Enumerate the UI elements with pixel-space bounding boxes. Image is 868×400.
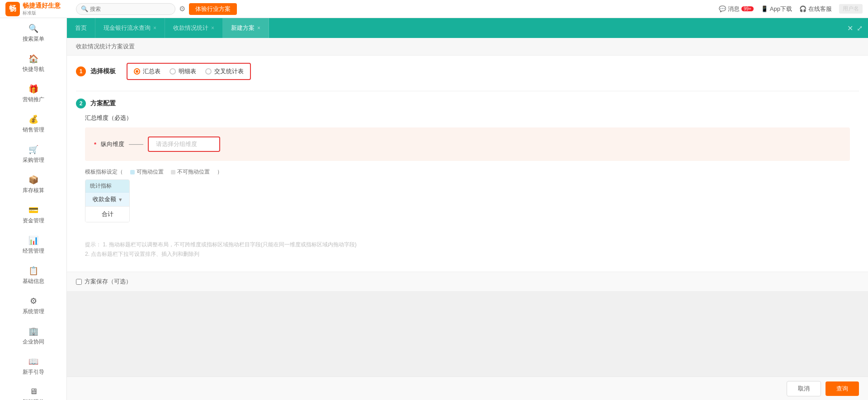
step1-section: 1 选择模板 汇总表 明细表 bbox=[67, 56, 868, 91]
save-option-row: 方案保存（可选） bbox=[67, 272, 868, 291]
logo-area: 畅 畅捷通好生意 标准版 bbox=[5, 2, 72, 16]
metrics-table: 统计指标 收款金额 ▾ 合计 bbox=[85, 179, 130, 222]
message-action[interactable]: 💬 消息 99+ bbox=[719, 5, 754, 13]
tips-section: 提示： 1. 拖动标题栏可以调整布局，不可跨维度或指标区域拖动栏目字段(只能在同… bbox=[76, 236, 859, 264]
cancel-button[interactable]: 取消 bbox=[787, 381, 821, 396]
sales-icon: 💰 bbox=[28, 114, 38, 124]
settings-icon: ⚙ bbox=[30, 296, 37, 306]
close-bank-flow-icon[interactable]: × bbox=[153, 25, 156, 31]
tab-new-plan[interactable]: 新建方案 × bbox=[223, 18, 269, 38]
tab-collection-stat[interactable]: 收款情况统计 × bbox=[165, 18, 223, 38]
search-bar[interactable]: 🔍 bbox=[76, 3, 175, 15]
metrics-total-cell: 合计 bbox=[85, 207, 129, 222]
download-icon: 📱 bbox=[761, 5, 768, 12]
message-badge: 99+ bbox=[741, 6, 754, 11]
radio-summary-dot bbox=[134, 68, 140, 75]
radio-detail-dot bbox=[170, 68, 176, 75]
cart-icon: 🛒 bbox=[28, 145, 38, 155]
monitor-icon: 🖥 bbox=[29, 387, 38, 396]
sidebar-item-enterprise[interactable]: 🏢 企业协同 bbox=[0, 321, 66, 351]
logo-text: 畅捷通好生意 bbox=[23, 2, 61, 10]
top-bar: 畅 畅捷通好生意 标准版 🔍 ⚙ 体验行业方案 💬 消息 99+ 📱 App下载… bbox=[0, 0, 868, 18]
book-icon: 📖 bbox=[28, 357, 38, 367]
fixed-legend-dot bbox=[171, 170, 175, 174]
step2-label: 方案配置 bbox=[90, 99, 116, 108]
sidebar-item-system[interactable]: ⚙ 系统管理 bbox=[0, 291, 66, 321]
search-input[interactable] bbox=[90, 6, 170, 12]
sidebar-item-quick-nav[interactable]: 🏠 快捷导航 bbox=[0, 48, 66, 79]
sidebar-item-operation[interactable]: 📊 经营管理 bbox=[0, 230, 66, 260]
message-icon: 💬 bbox=[719, 5, 726, 12]
query-button[interactable]: 查询 bbox=[826, 381, 859, 396]
tab-control-btns: ✕ ⤢ bbox=[842, 24, 868, 33]
template-radio-group: 汇总表 明细表 交叉统计表 bbox=[127, 63, 251, 80]
save-option-checkbox[interactable] bbox=[76, 279, 82, 285]
metrics-title: 模板指标设定（ bbox=[85, 168, 123, 176]
config-section: 汇总维度（必选） * 纵向维度 —— 请选择分组维度 bbox=[76, 114, 859, 236]
radio-cross-dot bbox=[205, 68, 212, 75]
dimension-title: 汇总维度（必选） bbox=[85, 114, 850, 122]
dimension-area: * 纵向维度 —— 请选择分组维度 bbox=[85, 127, 850, 161]
metrics-legend: 模板指标设定（ 可拖动位置 不可拖动位置 ） bbox=[85, 168, 850, 176]
gear-icon[interactable]: ⚙ bbox=[179, 5, 185, 13]
arrow: —— bbox=[129, 140, 143, 148]
metrics-dropdown-icon[interactable]: ▾ bbox=[119, 196, 122, 203]
close-window-icon[interactable]: ✕ bbox=[847, 24, 853, 33]
metrics-header-label: 统计指标 bbox=[85, 180, 129, 193]
dim-input[interactable]: 请选择分组维度 bbox=[148, 136, 220, 152]
home-icon: 🏠 bbox=[28, 54, 38, 64]
step2-num: 2 bbox=[76, 99, 86, 108]
app-download-action[interactable]: 📱 App下载 bbox=[761, 5, 792, 13]
clipboard-icon: 📋 bbox=[28, 266, 38, 276]
sidebar-item-marketing[interactable]: 🎁 营销推广 bbox=[0, 79, 66, 109]
close-new-plan-icon[interactable]: × bbox=[257, 25, 260, 31]
online-service-action[interactable]: 🎧 在线客服 bbox=[799, 5, 832, 13]
building-icon: 🏢 bbox=[28, 326, 38, 336]
step2-section: 2 方案配置 汇总维度（必选） * 纵向维度 —— 请选择分组维度 bbox=[67, 91, 868, 272]
sidebar: 🔍 搜索菜单 🏠 快捷导航 🎁 营销推广 💰 销售管理 🛒 采购管理 📦 库存核… bbox=[0, 18, 67, 400]
required-star: * bbox=[94, 141, 96, 148]
tab-bar: 首页 现金银行流水查询 × 收款情况统计 × 新建方案 × ✕ ⤢ bbox=[67, 18, 868, 38]
tab-home[interactable]: 首页 bbox=[67, 18, 95, 38]
sidebar-item-sales[interactable]: 💰 销售管理 bbox=[0, 109, 66, 139]
tab-bank-flow[interactable]: 现金银行流水查询 × bbox=[95, 18, 165, 38]
sidebar-item-newbie[interactable]: 📖 新手引导 bbox=[0, 351, 66, 381]
gift-icon: 🎁 bbox=[28, 84, 38, 94]
sidebar-item-purchase[interactable]: 🛒 采购管理 bbox=[0, 139, 66, 169]
chart-icon: 📊 bbox=[28, 235, 38, 245]
maximize-icon[interactable]: ⤢ bbox=[857, 24, 863, 33]
radio-cross[interactable]: 交叉统计表 bbox=[205, 67, 244, 75]
search-icon: 🔍 bbox=[81, 5, 88, 12]
search-menu-icon: 🔍 bbox=[28, 24, 38, 33]
sidebar-item-hardware[interactable]: 🖥 智能硬件 bbox=[0, 381, 66, 400]
radio-detail[interactable]: 明细表 bbox=[170, 67, 196, 75]
sidebar-item-search[interactable]: 🔍 搜索菜单 bbox=[0, 18, 66, 48]
sidebar-item-inventory[interactable]: 📦 库存核算 bbox=[0, 169, 66, 200]
logo-badge: 标准版 bbox=[23, 10, 61, 16]
trial-button[interactable]: 体验行业方案 bbox=[189, 3, 237, 15]
box-icon: 📦 bbox=[28, 175, 38, 185]
vertical-dim-label: 纵向维度 bbox=[101, 140, 124, 148]
radio-summary[interactable]: 汇总表 bbox=[134, 67, 160, 75]
metrics-section: 模板指标设定（ 可拖动位置 不可拖动位置 ） bbox=[85, 168, 850, 224]
draggable-legend-dot bbox=[130, 170, 135, 174]
close-collection-stat-icon[interactable]: × bbox=[211, 25, 214, 31]
bottom-bar: 取消 查询 bbox=[67, 376, 868, 400]
breadcrumb: 收款情况统计方案设置 bbox=[67, 38, 868, 56]
step1-label: 选择模板 bbox=[90, 67, 116, 75]
logo-icon: 畅 bbox=[5, 2, 20, 16]
user-info: 用户名 bbox=[839, 4, 863, 14]
metrics-col-header[interactable]: 收款金额 ▾ bbox=[85, 193, 129, 207]
step1-num: 1 bbox=[76, 66, 86, 76]
sidebar-item-basic[interactable]: 📋 基础信息 bbox=[0, 260, 66, 291]
sidebar-item-finance[interactable]: 💳 资金管理 bbox=[0, 200, 66, 230]
page-content: 收款情况统计方案设置 1 选择模板 汇总表 bbox=[67, 38, 868, 376]
card-icon: 💳 bbox=[28, 205, 38, 215]
service-icon: 🎧 bbox=[799, 5, 807, 12]
top-bar-actions: 💬 消息 99+ 📱 App下载 🎧 在线客服 用户名 bbox=[719, 4, 863, 14]
